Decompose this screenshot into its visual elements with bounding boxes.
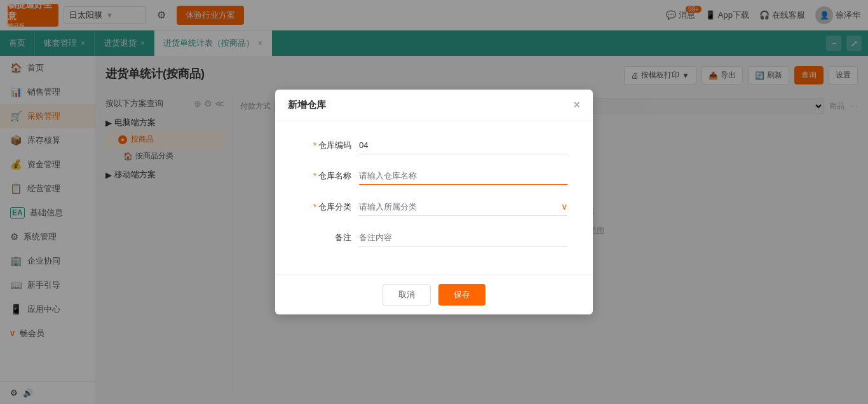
modal-header: 新增仓库 ×	[275, 90, 593, 121]
form-row-code: 仓库编码	[301, 137, 567, 154]
input-warehouse-name[interactable]	[359, 167, 567, 185]
label-warehouse-category: 仓库分类	[301, 201, 351, 213]
new-warehouse-modal: 新增仓库 × 仓库编码 仓库名称 仓库分类 ∨	[275, 90, 593, 314]
label-remark: 备注	[301, 232, 351, 243]
input-warehouse-code[interactable]	[359, 137, 567, 154]
input-remark[interactable]	[359, 229, 567, 246]
category-input[interactable]	[359, 202, 561, 212]
cancel-button[interactable]: 取消	[383, 284, 431, 306]
modal-body: 仓库编码 仓库名称 仓库分类 ∨ 备注	[275, 121, 593, 274]
save-button[interactable]: 保存	[438, 284, 485, 306]
select-warehouse-category[interactable]: ∨	[359, 198, 567, 216]
label-warehouse-name: 仓库名称	[301, 170, 351, 182]
modal-title: 新增仓库	[288, 99, 326, 111]
modal-footer: 取消 保存	[275, 274, 593, 314]
form-row-category: 仓库分类 ∨	[301, 198, 567, 216]
modal-overlay[interactable]: 新增仓库 × 仓库编码 仓库名称 仓库分类 ∨	[0, 0, 868, 404]
form-row-name: 仓库名称	[301, 167, 567, 185]
category-dropdown-icon: ∨	[561, 201, 567, 212]
label-warehouse-code: 仓库编码	[301, 140, 351, 151]
form-row-remark: 备注	[301, 229, 567, 246]
modal-close-icon[interactable]: ×	[573, 98, 580, 112]
